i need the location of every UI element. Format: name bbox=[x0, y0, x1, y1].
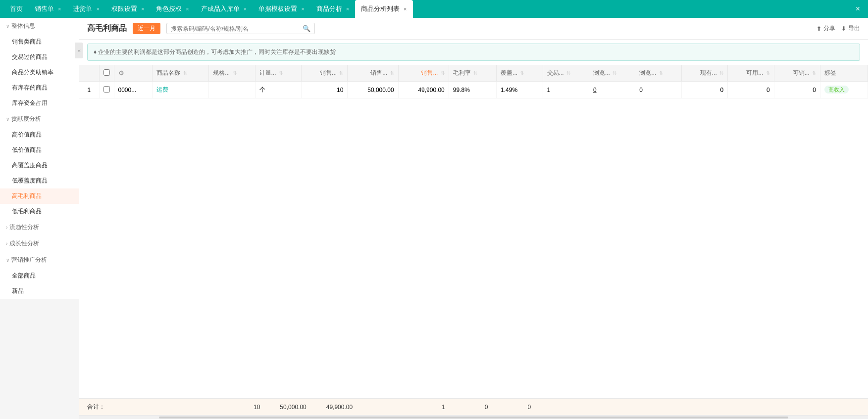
nav-item-roles[interactable]: 角色授权 × bbox=[150, 0, 195, 18]
nav-item-home[interactable]: 首页 bbox=[4, 0, 29, 18]
th-coverage[interactable]: 覆盖... ⇅ bbox=[497, 65, 543, 82]
export-button[interactable]: ⬇ 导出 bbox=[841, 24, 860, 33]
th-spec[interactable]: 规格... ⇅ bbox=[209, 65, 255, 82]
chevron-right-icon: › bbox=[6, 225, 7, 230]
search-icon[interactable]: 🔍 bbox=[303, 25, 310, 32]
th-name[interactable]: 商品名称 ⇅ bbox=[153, 65, 209, 82]
sidebar-item-all-goods[interactable]: 全部商品 bbox=[0, 268, 79, 283]
nav-close-sales[interactable]: × bbox=[58, 6, 61, 12]
nav-close-warehouse[interactable]: × bbox=[244, 6, 247, 12]
cell-check[interactable] bbox=[99, 82, 114, 98]
window-close-button[interactable]: × bbox=[852, 4, 864, 13]
header-actions: ⬆ 分享 ⬇ 导出 bbox=[817, 24, 860, 33]
filter-recent-month-button[interactable]: 近一月 bbox=[133, 23, 160, 34]
nav-close-analysis-list[interactable]: × bbox=[404, 6, 407, 12]
th-sellable[interactable]: 可销... ⇅ bbox=[774, 65, 820, 82]
sidebar-item-category-rate[interactable]: 商品分类助销率 bbox=[0, 65, 79, 80]
tag-badge: 高收入 bbox=[824, 86, 849, 93]
sort-icon-name: ⇅ bbox=[183, 70, 187, 76]
footer-browse2: 0 bbox=[528, 404, 531, 411]
sidebar-item-high-value[interactable]: 高价值商品 bbox=[0, 127, 79, 142]
scrollbar-thumb[interactable] bbox=[159, 417, 788, 419]
nav-close-analysis[interactable]: × bbox=[346, 6, 349, 12]
sidebar-container: ∨ 整体信息 销售类商品 交易过的商品 商品分类助销率 有库存的商品 库存资金占… bbox=[0, 18, 79, 419]
th-tag[interactable]: 标签 bbox=[820, 65, 868, 82]
cell-browse2: 0 bbox=[635, 82, 681, 98]
sidebar-item-low-value[interactable]: 低价值商品 bbox=[0, 142, 79, 158]
sidebar-item-traded-goods[interactable]: 交易过的商品 bbox=[0, 49, 79, 65]
sidebar-group-contribution[interactable]: ∨ 贡献度分析 bbox=[0, 111, 79, 127]
th-unit[interactable]: 计量... ⇅ bbox=[255, 65, 301, 82]
row-checkbox[interactable] bbox=[103, 86, 110, 93]
nav-item-analysis-list[interactable]: 商品分析列表 × bbox=[355, 0, 412, 18]
sidebar-group-trend[interactable]: › 流趋性分析 bbox=[0, 219, 79, 235]
nav-item-analysis[interactable]: 商品分析 × bbox=[310, 0, 355, 18]
top-navigation: 首页 销售单 × 进货单 × 权限设置 × 角色授权 × 产成品入库单 × 单据… bbox=[0, 0, 868, 18]
nav-item-sales[interactable]: 销售单 × bbox=[29, 0, 67, 18]
sort-icon-unit: ⇅ bbox=[279, 70, 283, 76]
nav-close-roles[interactable]: × bbox=[186, 6, 189, 12]
th-sales-profit[interactable]: 销售... ⇅ bbox=[398, 65, 449, 82]
cell-unit: 个 bbox=[255, 82, 301, 98]
th-available[interactable]: 可用... ⇅ bbox=[728, 65, 774, 82]
sort-icon-margin: ⇅ bbox=[473, 70, 477, 76]
th-browse1[interactable]: 浏览... ⇅ bbox=[589, 65, 635, 82]
main-layout: ∨ 整体信息 销售类商品 交易过的商品 商品分类助销率 有库存的商品 库存资金占… bbox=[0, 18, 868, 419]
search-input[interactable] bbox=[171, 25, 301, 32]
sidebar-item-high-margin[interactable]: 高毛利商品 bbox=[0, 188, 79, 204]
sort-icon-browse1: ⇅ bbox=[613, 70, 616, 76]
th-transaction[interactable]: 交易... ⇅ bbox=[543, 65, 589, 82]
cell-name[interactable]: 运费 bbox=[153, 82, 209, 98]
cell-browse1[interactable]: 0 bbox=[589, 82, 635, 98]
share-button[interactable]: ⬆ 分享 bbox=[817, 24, 835, 33]
sidebar-item-high-coverage[interactable]: 高覆盖度商品 bbox=[0, 158, 79, 173]
footer-sales-qty: 10 bbox=[254, 404, 260, 411]
chevron-right-icon-2: › bbox=[6, 241, 7, 246]
sort-icon-spec: ⇅ bbox=[233, 70, 237, 76]
sidebar-item-new-goods[interactable]: 新品 bbox=[0, 283, 79, 299]
nav-item-purchase[interactable]: 进货单 × bbox=[67, 0, 105, 18]
cell-sales-profit: 49,900.00 bbox=[398, 82, 449, 98]
nav-item-permissions[interactable]: 权限设置 × bbox=[105, 0, 150, 18]
cell-spec bbox=[209, 82, 255, 98]
settings-icon[interactable]: ⚙ bbox=[118, 69, 124, 77]
horizontal-scrollbar[interactable] bbox=[79, 415, 868, 419]
th-code[interactable]: ⚙ bbox=[114, 65, 153, 82]
th-sales-amount[interactable]: 销售... ⇅ bbox=[348, 65, 398, 82]
nav-item-template[interactable]: 单据模板设置 × bbox=[253, 0, 310, 18]
table-row: 1 0000... 运费 bbox=[79, 82, 868, 98]
th-browse2[interactable]: 浏览... ⇅ bbox=[635, 65, 681, 82]
nav-item-warehouse[interactable]: 产成品入库单 × bbox=[195, 0, 253, 18]
share-icon: ⬆ bbox=[817, 25, 821, 32]
sidebar-item-low-coverage[interactable]: 低覆盖度商品 bbox=[0, 173, 79, 188]
cell-sales-amount: 50,000.00 bbox=[348, 82, 398, 98]
sort-icon-qty: ⇅ bbox=[339, 70, 343, 76]
nav-close-template[interactable]: × bbox=[301, 6, 304, 12]
sidebar-group-marketing[interactable]: ∨ 营销推广分析 bbox=[0, 252, 79, 268]
cell-available: 0 bbox=[728, 82, 774, 98]
th-index bbox=[79, 65, 99, 82]
sidebar-item-sales-goods[interactable]: 销售类商品 bbox=[0, 34, 79, 49]
th-check[interactable] bbox=[99, 65, 114, 82]
cell-sales-qty: 10 bbox=[302, 82, 348, 98]
nav-close-permissions[interactable]: × bbox=[141, 6, 144, 12]
select-all-checkbox[interactable] bbox=[103, 69, 110, 76]
nav-close-purchase[interactable]: × bbox=[96, 6, 99, 12]
sidebar-group-overall[interactable]: ∨ 整体信息 bbox=[0, 18, 79, 34]
sidebar-item-low-margin[interactable]: 低毛利商品 bbox=[0, 204, 79, 219]
table-container: ⚙ 商品名称 ⇅ 规格... ⇅ 计量... ⇅ bbox=[79, 65, 868, 398]
cell-coverage: 1.49% bbox=[497, 82, 543, 98]
sidebar-item-in-stock[interactable]: 有库存的商品 bbox=[0, 80, 79, 95]
info-banner: ♦ 企业的主要的利润都是这部分商品创造的，可考虑加大推广，同时关注库存是不要出现… bbox=[87, 44, 860, 61]
th-gross-margin[interactable]: 毛利率 ⇅ bbox=[449, 65, 496, 82]
sidebar-group-growth[interactable]: › 成长性分析 bbox=[0, 235, 79, 252]
th-sales-qty[interactable]: 销售... ⇅ bbox=[302, 65, 348, 82]
sidebar-item-stock-capital[interactable]: 库存资金占用 bbox=[0, 95, 79, 111]
footer-transaction: 1 bbox=[442, 404, 445, 411]
search-box[interactable]: 🔍 bbox=[166, 23, 315, 34]
footer-sales-profit: 49,900.00 bbox=[326, 404, 353, 411]
th-current-stock[interactable]: 现有... ⇅ bbox=[681, 65, 727, 82]
sidebar-group-overall-items: 销售类商品 交易过的商品 商品分类助销率 有库存的商品 库存资金占用 bbox=[0, 34, 79, 111]
sidebar-collapse-button[interactable]: « bbox=[75, 43, 83, 58]
sidebar: ∨ 整体信息 销售类商品 交易过的商品 商品分类助销率 有库存的商品 库存资金占… bbox=[0, 18, 79, 299]
